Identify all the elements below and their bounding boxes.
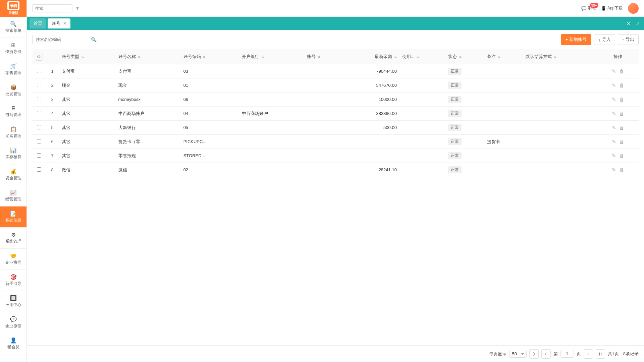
bell-icon: 💬 [581, 6, 586, 11]
sort-type-icon[interactable]: ⇅ [81, 55, 84, 59]
row-op-2: ✎ 🗑 [597, 93, 639, 107]
messages-badge: 99+ [590, 3, 598, 8]
row-remark-0 [484, 64, 523, 78]
tab-close-account[interactable]: ✕ [63, 21, 66, 26]
row-use-2 [399, 93, 445, 107]
maximize-icon[interactable]: ⤢ [635, 19, 641, 27]
column-settings-icon[interactable]: ⚙ [35, 53, 43, 61]
delete-button-4[interactable]: 🗑 [619, 125, 624, 130]
table-row: 4 其它 中百商场账户 04 中百商场账户 383866.00 正常 ✎ 🗑 [32, 107, 639, 121]
delete-button-0[interactable]: 🗑 [619, 68, 624, 74]
row-check-input-1[interactable] [37, 83, 41, 87]
sidebar-item-purchase[interactable]: 📋采购管理 [0, 122, 26, 143]
sidebar-item-member[interactable]: 👤畅会员 [0, 333, 26, 354]
first-page-button[interactable]: ⟨⟨ [529, 349, 539, 359]
per-page-select[interactable]: 50 20 100 [509, 350, 527, 358]
row-name-1: 现金 [116, 78, 181, 93]
delete-button-2[interactable]: 🗑 [619, 97, 624, 102]
page-number-input[interactable] [560, 350, 574, 358]
sidebar-item-enterprise[interactable]: 🤝企业协同 [0, 249, 26, 270]
messages-button[interactable]: 💬 消息 99+ [581, 5, 596, 11]
sidebar-item-inventory[interactable]: 📊库存核算 [0, 143, 26, 164]
row-check-input-3[interactable] [37, 111, 41, 115]
top-search-input[interactable] [32, 4, 72, 12]
next-page-button[interactable]: ⟩ [584, 349, 593, 359]
sidebar-item-corpwechat[interactable]: 💬企业微信 [0, 312, 26, 333]
sidebar-item-operation[interactable]: 📈经营管理 [0, 185, 26, 206]
sidebar-item-basic[interactable]: 📝基础信息 [0, 206, 26, 228]
sort-use-icon[interactable]: ⇅ [416, 55, 419, 59]
edit-button-2[interactable]: ✎ [612, 97, 616, 102]
row-bank-2 [239, 93, 304, 107]
edit-button-5[interactable]: ✎ [612, 139, 616, 144]
row-check-input-2[interactable] [37, 97, 41, 101]
sidebar-item-wholesale[interactable]: 📦批发管理 [0, 80, 26, 101]
delete-button-3[interactable]: 🗑 [619, 111, 624, 116]
row-remark-7 [484, 163, 523, 177]
import-button[interactable]: ↓ 导入 [594, 34, 615, 45]
sort-name-icon[interactable]: ⇅ [138, 55, 140, 59]
row-checkbox-3[interactable] [32, 107, 46, 121]
add-account-button[interactable]: + 新增账号 [561, 34, 591, 45]
row-bank-3: 中百商场账户 [239, 107, 304, 121]
row-check-input-7[interactable] [37, 167, 41, 172]
sort-bank-icon[interactable]: ⇅ [261, 55, 264, 59]
sidebar-item-ecommerce[interactable]: 🖥电商管理 [0, 101, 26, 122]
row-checkbox-4[interactable] [32, 121, 46, 135]
sidebar-label-corpwechat: 企业微信 [1, 323, 25, 329]
search-input[interactable] [32, 35, 99, 44]
search-icon: 🔍 [91, 37, 97, 42]
sidebar-icon-member: 👤 [1, 337, 25, 344]
delete-button-7[interactable]: 🗑 [619, 167, 624, 173]
row-check-input-4[interactable] [37, 125, 41, 129]
row-remark-1 [484, 78, 523, 93]
sidebar-item-system[interactable]: ⚙系统管理 [0, 228, 26, 249]
sidebar-item-appcenter[interactable]: 🔲应用中心 [0, 291, 26, 312]
row-checkbox-0[interactable] [32, 64, 46, 78]
delete-button-1[interactable]: 🗑 [619, 82, 624, 88]
export-button[interactable]: ↑ 导出 [618, 34, 639, 45]
sidebar-item-search[interactable]: 🔍搜索菜单 [0, 17, 26, 38]
sidebar-item-retail[interactable]: 🛒零售管理 [0, 59, 26, 80]
row-default-7 [523, 163, 597, 177]
edit-button-7[interactable]: ✎ [612, 167, 616, 173]
row-check-input-5[interactable] [37, 139, 41, 143]
sort-code-icon[interactable]: ⇅ [203, 55, 205, 59]
tab-home[interactable]: 首页 [30, 18, 46, 28]
row-status-3: 正常 [445, 107, 484, 121]
app-subtitle: 乐惠版 [8, 11, 18, 15]
row-check-input-0[interactable] [37, 69, 41, 73]
edit-button-0[interactable]: ✎ [612, 68, 616, 74]
row-checkbox-2[interactable] [32, 93, 46, 107]
delete-button-6[interactable]: 🗑 [619, 153, 624, 159]
sort-default-icon[interactable]: ⇅ [553, 55, 556, 59]
row-default-3 [523, 107, 597, 121]
row-checkbox-5[interactable] [32, 135, 46, 149]
row-type-7: 微信 [59, 163, 116, 177]
app-download-label: App下载 [607, 5, 623, 11]
sort-account-icon[interactable]: ⇅ [318, 55, 320, 59]
row-check-input-6[interactable] [37, 153, 41, 158]
row-checkbox-6[interactable] [32, 149, 46, 163]
user-avatar[interactable] [628, 3, 639, 14]
sort-balance-icon[interactable]: ⇅ [394, 55, 397, 59]
edit-button-1[interactable]: ✎ [612, 82, 616, 88]
prev-page-button[interactable]: ⟨ [541, 349, 551, 359]
edit-button-6[interactable]: ✎ [612, 153, 616, 159]
row-checkbox-1[interactable] [32, 78, 46, 93]
app-download-button[interactable]: 📱 App下载 [601, 5, 623, 11]
delete-button-5[interactable]: 🗑 [619, 139, 624, 144]
row-checkbox-7[interactable] [32, 163, 46, 177]
sort-status-icon[interactable]: ⇅ [459, 55, 462, 59]
row-name-6: 零售抵现 [116, 149, 181, 163]
last-page-button[interactable]: ⟩⟩ [596, 349, 605, 359]
sidebar-item-guide[interactable]: 🎯新手引导 [0, 270, 26, 291]
col-op: 操作 [597, 49, 639, 64]
edit-button-4[interactable]: ✎ [612, 125, 616, 130]
tab-account[interactable]: 账号✕ [48, 18, 70, 28]
sidebar-item-shortcut[interactable]: ⊞快捷导航 [0, 38, 26, 59]
edit-button-3[interactable]: ✎ [612, 111, 616, 116]
sort-remark-icon[interactable]: ⇅ [497, 55, 500, 59]
sidebar-item-finance[interactable]: 💰资金管理 [0, 164, 26, 185]
close-tab-icon[interactable]: ✕ [625, 19, 632, 27]
